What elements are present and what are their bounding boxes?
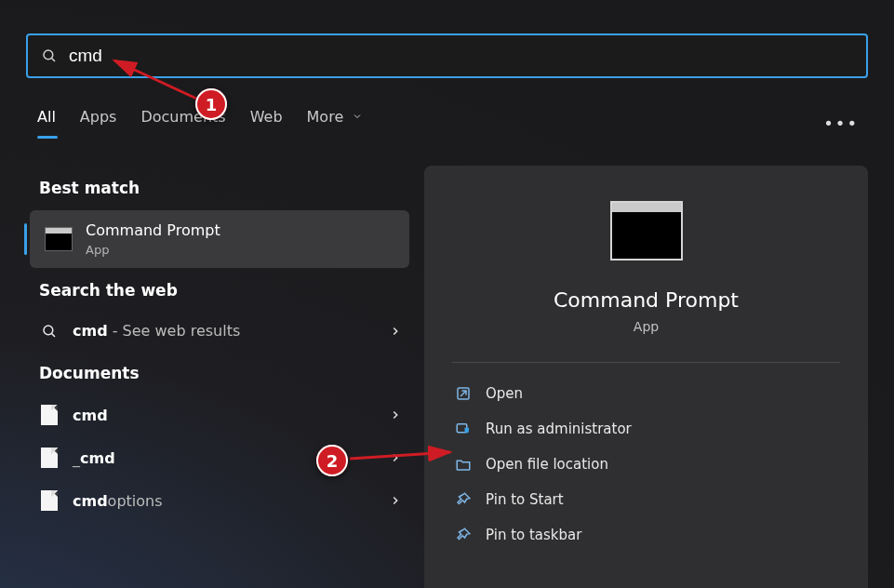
best-match-heading: Best match [39, 179, 409, 197]
annotation-badge-2: 2 [316, 445, 348, 476]
chevron-right-icon [389, 408, 402, 421]
svg-line-1 [52, 59, 55, 61]
search-web-heading: Search the web [39, 281, 409, 300]
web-result-suffix: - See web results [108, 322, 241, 340]
preview-header: Command Prompt App [424, 166, 868, 334]
pin-icon [454, 490, 473, 509]
doc-suffix: options [108, 492, 163, 510]
annotation-number: 1 [206, 95, 218, 114]
run-as-admin-action[interactable]: Run as administrator [443, 411, 849, 447]
document-result-row[interactable]: cmdoptions [30, 479, 409, 522]
best-match-subtitle: App [86, 243, 220, 257]
doc-match: cmd [80, 449, 115, 467]
search-icon [39, 323, 60, 340]
action-label: Pin to Start [486, 491, 564, 508]
pin-icon [454, 526, 473, 544]
annotation-badge-1: 1 [195, 88, 227, 120]
svg-line-3 [52, 333, 55, 336]
chevron-right-icon [389, 325, 402, 338]
tab-label: Apps [80, 108, 117, 126]
shield-admin-icon [454, 420, 473, 438]
chevron-right-icon [389, 494, 402, 507]
action-label: Open file location [486, 456, 608, 473]
action-label: Open [486, 385, 523, 402]
tab-label: More [307, 108, 344, 126]
preview-panel: Command Prompt App Open [424, 166, 868, 588]
document-icon [39, 405, 60, 425]
document-icon [39, 490, 60, 511]
overflow-menu-button[interactable]: ••• [823, 114, 859, 133]
best-match-title: Command Prompt [86, 221, 220, 239]
action-label: Run as administrator [486, 421, 632, 437]
documents-heading: Documents [39, 364, 409, 382]
doc-match: cmd [73, 492, 108, 510]
action-label: Pin to taskbar [486, 527, 581, 543]
preview-subtitle: App [634, 319, 659, 334]
svg-point-0 [44, 50, 53, 60]
document-label: _cmd [73, 449, 115, 467]
folder-icon [454, 455, 473, 474]
command-prompt-icon [45, 227, 73, 251]
svg-line-5 [460, 391, 466, 396]
document-label: cmd [73, 407, 108, 424]
pin-to-taskbar-action[interactable]: Pin to taskbar [443, 517, 849, 553]
chevron-down-icon [352, 111, 363, 122]
tab-label: Web [250, 108, 283, 126]
tab-web[interactable]: Web [250, 108, 283, 139]
document-label: cmdoptions [73, 492, 163, 510]
filter-tabs: All Apps Documents Web More ••• [37, 108, 868, 139]
open-icon [454, 384, 473, 403]
divider [452, 362, 840, 363]
command-prompt-icon [610, 201, 683, 261]
svg-point-2 [44, 326, 53, 335]
web-result-row[interactable]: cmd - See web results [30, 311, 409, 351]
tab-apps[interactable]: Apps [80, 108, 117, 139]
document-result-row[interactable]: cmd [30, 394, 409, 436]
document-result-row[interactable]: _cmd [30, 436, 409, 479]
web-result-term: cmd [73, 322, 108, 340]
action-list: Open Run as administrator Open file [424, 370, 868, 553]
tab-all[interactable]: All [37, 108, 56, 139]
tab-label: All [37, 108, 56, 126]
open-action[interactable]: Open [443, 376, 849, 411]
best-match-text: Command Prompt App [86, 221, 220, 257]
pin-to-start-action[interactable]: Pin to Start [443, 482, 849, 517]
tab-more[interactable]: More [307, 108, 364, 139]
web-result-label: cmd - See web results [73, 322, 240, 340]
best-match-result[interactable]: Command Prompt App [30, 210, 409, 268]
doc-match: cmd [73, 407, 108, 424]
preview-title: Command Prompt [554, 288, 739, 312]
results-column: Best match Command Prompt App Search the… [30, 166, 409, 522]
doc-prefix: _ [73, 449, 80, 467]
annotation-number: 2 [327, 451, 339, 471]
search-bar[interactable] [26, 33, 868, 78]
chevron-right-icon [389, 451, 402, 464]
open-file-location-action[interactable]: Open file location [443, 447, 849, 482]
search-input[interactable] [69, 46, 853, 66]
document-icon [39, 448, 60, 468]
search-icon [41, 47, 58, 64]
